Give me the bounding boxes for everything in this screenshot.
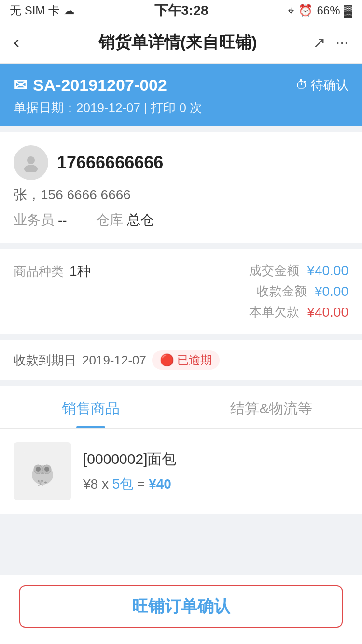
- battery-text: 66%: [317, 4, 340, 17]
- salesperson-item: 业务员 --: [14, 211, 67, 229]
- product-thumbnail: 贸+: [14, 442, 71, 500]
- overdue-text: 已逾期: [177, 352, 212, 368]
- amount-value-0: ¥40.00: [307, 263, 348, 279]
- amount-label-2: 本单欠款: [249, 304, 299, 321]
- more-icon[interactable]: ···: [335, 33, 348, 51]
- customer-name-phone: 张，156 6666 6666: [14, 186, 348, 204]
- status-time: 下午3:28: [154, 1, 209, 20]
- equals-sign: =: [137, 476, 149, 491]
- overdue-icon: 🔴: [160, 353, 174, 367]
- summary-type: 商品种类 1种: [14, 262, 249, 280]
- svg-point-1: [24, 165, 38, 172]
- warehouse-value: 总仓: [127, 211, 154, 229]
- warehouse-label: 仓库: [96, 211, 123, 229]
- tab-sales[interactable]: 销售商品: [0, 386, 181, 428]
- amount-label-1: 收款金额: [257, 283, 307, 300]
- share-icon[interactable]: ↗: [313, 33, 326, 52]
- duedate-value: 2019-12-07: [82, 353, 146, 368]
- status-right: ⌖ ⏰ 66% ▓: [288, 4, 352, 17]
- price-unit: ¥8: [83, 476, 98, 491]
- bottom-bar: 旺铺订单确认: [0, 575, 362, 644]
- svg-point-7: [44, 467, 49, 472]
- confirm-order-button[interactable]: 旺铺订单确认: [19, 585, 343, 628]
- customer-meta: 业务员 -- 仓库 总仓: [14, 211, 348, 229]
- location-icon: ⌖: [288, 4, 294, 17]
- customer-phone: 17666666666: [57, 153, 163, 173]
- nav-actions: ↗ ···: [313, 33, 348, 52]
- svg-point-6: [36, 467, 41, 472]
- tabs-header: 销售商品 结算&物流等: [0, 386, 362, 429]
- salesperson-value: --: [58, 212, 67, 228]
- multiply-sign: x: [102, 476, 112, 491]
- product-qty: 5包: [112, 476, 134, 491]
- amount-value-2: ¥40.00: [307, 305, 348, 320]
- status-bar: 无 SIM 卡 ☁ 下午3:28 ⌖ ⏰ 66% ▓: [0, 0, 362, 21]
- tab-settlement[interactable]: 结算&物流等: [181, 386, 362, 428]
- amount-label-0: 成交金额: [249, 262, 299, 279]
- sim-text: 无 SIM 卡 ☁: [10, 3, 75, 18]
- amount-row-2: 本单欠款 ¥40.00: [249, 304, 348, 321]
- warehouse-item: 仓库 总仓: [96, 211, 154, 229]
- duedate-label: 收款到期日: [14, 352, 76, 369]
- type-label: 商品种类: [14, 263, 64, 280]
- order-date: 单据日期：2019-12-07 | 打印 0 次: [14, 99, 348, 116]
- duedate-section: 收款到期日 2019-12-07 🔴 已逾期: [0, 340, 362, 380]
- status-left: 无 SIM 卡 ☁: [10, 3, 75, 18]
- summary-section: 商品种类 1种 成交金额 ¥40.00 收款金额 ¥0.00 本单欠款 ¥40.…: [0, 249, 362, 334]
- page-title: 销货单详情(来自旺铺): [98, 31, 257, 54]
- customer-section: 17666666666 张，156 6666 6666 业务员 -- 仓库 总仓: [0, 132, 362, 243]
- product-info: [0000002]面包 ¥8 x 5包 = ¥40: [83, 449, 348, 493]
- svg-text:贸+: 贸+: [38, 479, 47, 486]
- product-price: ¥8 x 5包 = ¥40: [83, 475, 348, 493]
- amount-row-0: 成交金额 ¥40.00: [249, 262, 348, 279]
- amount-value-1: ¥0.00: [315, 284, 348, 299]
- order-banner: ✉ SA-20191207-002 ⏱ 待确认 单据日期：2019-12-07 …: [0, 64, 362, 126]
- summary-amounts: 成交金额 ¥40.00 收款金额 ¥0.00 本单欠款 ¥40.00: [249, 262, 348, 321]
- order-id: ✉ SA-20191207-002: [14, 75, 167, 95]
- back-button[interactable]: ‹: [14, 32, 42, 53]
- avatar: [14, 145, 48, 180]
- product-total: ¥40: [149, 476, 171, 491]
- order-status-text: 待确认: [311, 77, 348, 94]
- order-status: ⏱ 待确认: [295, 77, 348, 94]
- product-name: [0000002]面包: [83, 449, 348, 469]
- svg-point-0: [27, 156, 35, 164]
- overdue-badge: 🔴 已逾期: [152, 350, 220, 370]
- order-icon: ✉: [14, 75, 27, 95]
- alarm-icon: ⏰: [298, 4, 313, 17]
- product-item: 贸+ [0000002]面包 ¥8 x 5包 = ¥40: [0, 429, 362, 514]
- amount-row-1: 收款金额 ¥0.00: [257, 283, 348, 300]
- nav-bar: ‹ 销货单详情(来自旺铺) ↗ ···: [0, 21, 362, 64]
- tabs-section: 销售商品 结算&物流等 贸+ [0000002]面包: [0, 386, 362, 514]
- battery-icon: ▓: [344, 4, 352, 17]
- type-value: 1种: [70, 262, 91, 280]
- status-clock-icon: ⏱: [295, 78, 308, 93]
- order-id-text: SA-20191207-002: [33, 76, 167, 95]
- salesperson-label: 业务员: [14, 211, 54, 229]
